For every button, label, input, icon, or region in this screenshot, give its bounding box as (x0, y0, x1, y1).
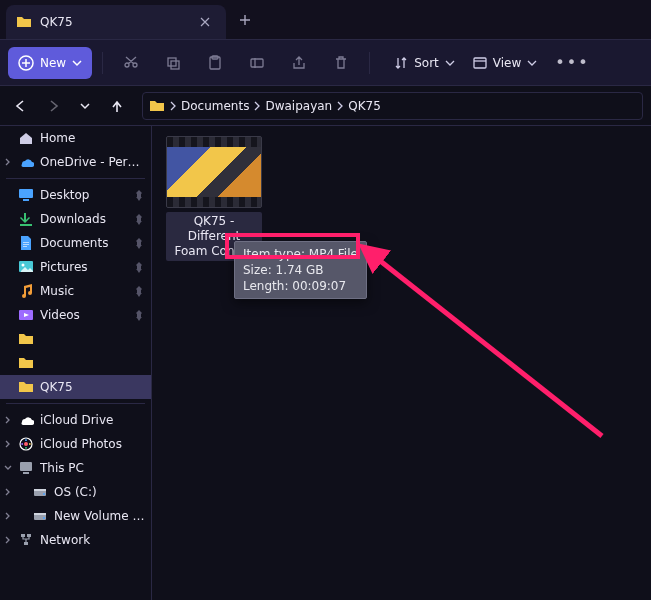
new-button[interactable]: New (8, 47, 92, 79)
sidebar-item-home[interactable]: Home (0, 126, 151, 150)
sidebar-item-label: QK75 (40, 380, 145, 394)
chevron-right-icon[interactable] (3, 157, 13, 167)
svg-point-10 (22, 264, 25, 267)
chevron-right-icon (169, 101, 177, 111)
sidebar-item-label: Home (40, 131, 145, 145)
chevron-right-icon (253, 101, 261, 111)
chevron-right-icon[interactable] (3, 415, 13, 425)
new-tab-button[interactable] (234, 9, 256, 31)
chevron-down-icon[interactable] (3, 463, 13, 473)
view-button[interactable]: View (465, 47, 545, 79)
separator (369, 52, 370, 74)
sidebar-item-icloud-drive[interactable]: iCloud Drive (0, 408, 151, 432)
sidebar-item-label: New Volume (D:) (54, 509, 145, 523)
sidebar-item-label: OS (C:) (54, 485, 145, 499)
back-button[interactable] (8, 93, 34, 119)
sidebar-item-qk75[interactable]: QK75 (0, 375, 151, 399)
svg-point-18 (43, 493, 45, 495)
disk-icon (32, 484, 48, 500)
breadcrumb-item[interactable]: Dwaipayan (265, 99, 332, 113)
separator (102, 52, 103, 74)
arrow-left-icon (14, 99, 28, 113)
paste-button[interactable] (197, 47, 233, 79)
chevron-right-icon (336, 101, 344, 111)
svg-rect-23 (27, 534, 31, 537)
clipboard-icon (207, 55, 223, 71)
doc-icon (18, 235, 34, 251)
sidebar-item-label: Network (40, 533, 145, 547)
forward-button[interactable] (40, 93, 66, 119)
breadcrumb[interactable]: Documents Dwaipayan QK75 (142, 92, 643, 120)
sidebar-item-this-pc[interactable]: This PC (0, 456, 151, 480)
chevron-right-icon[interactable] (3, 487, 13, 497)
folder-icon (18, 331, 34, 347)
tooltip-line: Item type: MP4 File (243, 246, 358, 262)
sidebar-item-downloads[interactable]: Downloads (0, 207, 151, 231)
download-icon (18, 211, 34, 227)
sidebar-item-icloud-photos[interactable]: iCloud Photos (0, 432, 151, 456)
tooltip: Item type: MP4 File Size: 1.74 GB Length… (234, 241, 367, 299)
icloud-icon (18, 412, 34, 428)
folder-icon (16, 14, 32, 30)
sort-icon (394, 56, 408, 70)
svg-rect-8 (23, 199, 29, 201)
recent-button[interactable] (72, 93, 98, 119)
sidebar-item-label: Downloads (40, 212, 127, 226)
pin-icon (133, 285, 145, 297)
sort-button[interactable]: Sort (386, 47, 463, 79)
svg-rect-22 (21, 534, 25, 537)
rename-button[interactable] (239, 47, 275, 79)
nav-row: Documents Dwaipayan QK75 (0, 86, 651, 126)
delete-button[interactable] (323, 47, 359, 79)
sidebar-item-onedrive-personal[interactable]: OneDrive - Personal (0, 150, 151, 174)
sidebar: HomeOneDrive - PersonalDesktopDownloadsD… (0, 126, 152, 600)
rename-icon (249, 55, 265, 71)
sidebar-item-new-volume-d-[interactable]: New Volume (D:) (0, 504, 151, 528)
sidebar-item-music[interactable]: Music (0, 279, 151, 303)
breadcrumb-item[interactable]: Documents (181, 99, 249, 113)
pin-icon (133, 189, 145, 201)
iclphoto-icon (18, 436, 34, 452)
tab-active[interactable]: QK75 (6, 5, 226, 39)
sidebar-item-network[interactable]: Network (0, 528, 151, 552)
pc-icon (18, 460, 34, 476)
cut-button[interactable] (113, 47, 149, 79)
sidebar-item-label: Videos (40, 308, 127, 322)
close-tab-button[interactable] (194, 11, 216, 33)
picture-icon (18, 259, 34, 275)
arrow-right-icon (46, 99, 60, 113)
chevron-right-icon[interactable] (3, 535, 13, 545)
chevron-down-icon (79, 100, 91, 112)
breadcrumb-item[interactable]: QK75 (348, 99, 381, 113)
more-button[interactable]: ••• (547, 47, 597, 79)
copy-button[interactable] (155, 47, 191, 79)
chevron-right-icon[interactable] (3, 511, 13, 521)
video-icon (18, 307, 34, 323)
content-pane[interactable]: QK75 - Different Foam Confi... Item type… (152, 126, 651, 600)
sidebar-item-label: OneDrive - Personal (40, 155, 145, 169)
chevron-right-icon[interactable] (3, 439, 13, 449)
up-button[interactable] (104, 93, 130, 119)
svg-rect-17 (34, 489, 46, 491)
sidebar-item-videos[interactable]: Videos (0, 303, 151, 327)
plus-circle-icon (18, 55, 34, 71)
sidebar-item-desktop[interactable]: Desktop (0, 183, 151, 207)
network-icon (18, 532, 34, 548)
sidebar-item-documents[interactable]: Documents (0, 231, 151, 255)
sidebar-item-unnamed[interactable] (0, 327, 151, 351)
sidebar-item-unnamed[interactable] (0, 351, 151, 375)
svg-rect-6 (474, 58, 486, 68)
pin-icon (133, 261, 145, 273)
svg-rect-14 (20, 462, 32, 471)
arrow-up-icon (110, 99, 124, 113)
trash-icon (333, 55, 349, 71)
share-button[interactable] (281, 47, 317, 79)
separator (6, 403, 145, 404)
pin-icon (133, 237, 145, 249)
sidebar-item-os-c-[interactable]: OS (C:) (0, 480, 151, 504)
new-button-label: New (40, 56, 66, 70)
sidebar-item-label: Documents (40, 236, 127, 250)
copy-icon (165, 55, 181, 71)
more-icon: ••• (555, 53, 589, 72)
sidebar-item-pictures[interactable]: Pictures (0, 255, 151, 279)
